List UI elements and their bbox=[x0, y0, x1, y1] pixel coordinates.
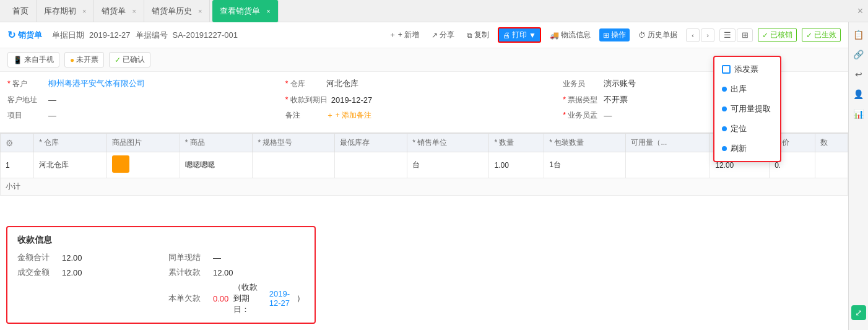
address-field: 客户地址 — bbox=[7, 95, 285, 105]
tab-home-label: 首页 bbox=[12, 6, 28, 17]
sold-button[interactable]: ✓ 已核销 bbox=[758, 28, 797, 42]
prev-arrow[interactable]: ‹ bbox=[686, 28, 700, 42]
logistics-button[interactable]: 🚚 物流信息 bbox=[546, 28, 594, 41]
tab-inventory-close[interactable]: × bbox=[82, 7, 86, 15]
project-label: 项目 bbox=[7, 110, 45, 121]
grid-view-button[interactable]: ⊞ bbox=[737, 28, 753, 42]
col-available: 可用量（... bbox=[626, 134, 710, 152]
project-value: — bbox=[48, 111, 56, 120]
customer-field: 客户 柳州粤港平安气体有限公司 bbox=[7, 78, 285, 89]
same-order-label: 同单现结 bbox=[168, 252, 208, 263]
sidebar-icon-chart[interactable]: 📊 bbox=[851, 106, 866, 121]
amount-total-value: 12.00 bbox=[62, 253, 82, 263]
deal-amount-value: 12.00 bbox=[62, 268, 82, 277]
tab-view-sales-close[interactable]: × bbox=[266, 7, 270, 15]
col-pkg: * 包装数量 bbox=[544, 134, 626, 152]
project-field: 项目 — bbox=[7, 110, 285, 121]
dropdown-outbound[interactable]: 出库 bbox=[714, 79, 780, 99]
col-unit: * 销售单位 bbox=[407, 134, 489, 152]
payment-title: 收款信息 bbox=[17, 235, 305, 246]
next-arrow[interactable]: › bbox=[701, 28, 714, 42]
tab-inventory[interactable]: 库存期初 × bbox=[37, 0, 94, 22]
refresh-icon bbox=[722, 146, 727, 151]
sidebar-icon-expand[interactable]: ⤢ bbox=[851, 305, 866, 320]
copy-icon: ⧉ bbox=[467, 31, 472, 40]
sidebar-icon-user[interactable]: 👤 bbox=[851, 87, 866, 102]
warehouse-value: 河北仓库 bbox=[326, 78, 358, 89]
sidebar-icon-link[interactable]: 🔗 bbox=[851, 47, 866, 62]
deal-amount-label: 成交金额 bbox=[17, 267, 57, 278]
print-button[interactable]: 🖨 打印 ▼ bbox=[498, 27, 541, 43]
number-label: 单据编号 bbox=[136, 30, 168, 41]
row-available bbox=[626, 152, 710, 178]
share-button[interactable]: ↗ 分享 bbox=[428, 28, 458, 41]
tab-bar: 首页 库存期初 × 销货单 × 销货单历史 × 查看销货单 × × bbox=[0, 0, 868, 22]
same-order-value: — bbox=[213, 253, 221, 263]
check-icon: ✓ bbox=[762, 31, 768, 40]
list-view-button[interactable]: ☰ bbox=[719, 28, 736, 42]
row-min-stock bbox=[334, 152, 407, 178]
outbound-icon bbox=[722, 87, 727, 92]
row-pkg: 1台 bbox=[544, 152, 626, 178]
product-image bbox=[112, 155, 129, 173]
not-open-button[interactable]: ● 未开票 bbox=[64, 52, 104, 67]
due-note: （收款到期日： bbox=[233, 282, 264, 315]
effective-button[interactable]: ✓ 已生效 bbox=[802, 28, 841, 42]
settings-icon[interactable]: ⚙ bbox=[6, 138, 14, 148]
ticket-type-field: 票据类型 不开票 bbox=[563, 94, 841, 105]
note-field: 备注 ＋ + 添加备注 bbox=[285, 110, 563, 121]
available-icon bbox=[722, 106, 727, 111]
amount-total-row: 金额合计 12.00 bbox=[17, 252, 154, 263]
new-button[interactable]: ＋ + 新增 bbox=[385, 28, 423, 41]
tab-sales-label: 销货单 bbox=[102, 6, 126, 17]
dropdown-add-invoice[interactable]: 添发票 bbox=[714, 59, 780, 79]
tab-history-close[interactable]: × bbox=[198, 7, 202, 15]
deal-amount-row: 成交金额 12.00 bbox=[17, 267, 154, 278]
circle-dot-icon: ● bbox=[70, 56, 74, 64]
sidebar-icon-rotate[interactable]: ↩ bbox=[851, 67, 866, 82]
from-mobile-button[interactable]: 📱 来自手机 bbox=[7, 52, 59, 67]
add-note-button[interactable]: ＋ + 添加备注 bbox=[326, 110, 371, 121]
due-date-value: 2019-12-27 bbox=[331, 95, 373, 105]
row-warehouse: 河北仓库 bbox=[34, 152, 107, 178]
done-confirm-button[interactable]: ✓ 已确认 bbox=[109, 52, 150, 67]
tab-home[interactable]: 首页 bbox=[5, 0, 37, 22]
due-date-field: 收款到期日 2019-12-27 bbox=[285, 95, 563, 105]
right-sidebar: 📋 🔗 ↩ 👤 📊 ⤢ bbox=[848, 22, 868, 330]
grid-icon: ⊞ bbox=[603, 31, 609, 40]
tab-history-label: 销货单历史 bbox=[152, 6, 192, 17]
col-warehouse: * 仓库 bbox=[34, 134, 107, 152]
due-row: 本单欠款 0.00 （收款到期日： 2019-12-27 ） bbox=[168, 282, 305, 315]
date-label: 单据日期 bbox=[52, 30, 84, 41]
copy-button[interactable]: ⧉ 复制 bbox=[463, 28, 493, 41]
tab-view-sales[interactable]: 查看销货单 × bbox=[212, 0, 278, 22]
dropdown-refresh[interactable]: 刷新 bbox=[714, 139, 780, 158]
truck-icon: 🚚 bbox=[550, 31, 559, 40]
operations-button[interactable]: ⊞ 操作 bbox=[599, 28, 630, 41]
share-icon: ↗ bbox=[432, 31, 438, 40]
tab-sales-close[interactable]: × bbox=[132, 7, 136, 15]
same-order-row: 同单现结 — bbox=[168, 252, 305, 263]
history-icon: ⏱ bbox=[638, 31, 646, 40]
due-date-label: 收款到期日 bbox=[285, 95, 328, 105]
print-icon: 🖨 bbox=[503, 31, 510, 40]
tab-inventory-label: 库存期初 bbox=[44, 6, 76, 17]
row-product: 嗯嗯嗯嗯 bbox=[180, 152, 253, 178]
window-close-button[interactable]: × bbox=[857, 6, 863, 17]
doc-actions: ＋ + 新增 ↗ 分享 ⧉ 复制 🖨 打印 ▼ 🚚 bbox=[385, 27, 841, 43]
history-button[interactable]: ⏱ 历史单据 bbox=[635, 28, 681, 41]
row-qty: 1.00 bbox=[489, 152, 544, 178]
col-extra: 数 bbox=[815, 134, 848, 152]
dropdown-locate[interactable]: 定位 bbox=[714, 119, 780, 139]
dropdown-available[interactable]: 可用量提取 bbox=[714, 99, 780, 119]
tab-history[interactable]: 销货单历史 × bbox=[144, 0, 210, 22]
due-value: 0.00 bbox=[213, 294, 228, 303]
print-dropdown-arrow: ▼ bbox=[529, 31, 536, 40]
col-min-stock: 最低库存 bbox=[334, 134, 407, 152]
document-header: ↻ 销货单 单据日期 2019-12-27 单据编号 SA-20191227-0… bbox=[0, 22, 848, 48]
tab-sales[interactable]: 销货单 × bbox=[94, 0, 144, 22]
operations-dropdown: 添发票 出库 可用量提取 定位 刷新 bbox=[713, 56, 781, 162]
number-value: SA-20191227-001 bbox=[173, 30, 238, 40]
sidebar-icon-doc[interactable]: 📋 bbox=[851, 27, 866, 42]
customer-value[interactable]: 柳州粤港平安气体有限公司 bbox=[48, 78, 145, 89]
